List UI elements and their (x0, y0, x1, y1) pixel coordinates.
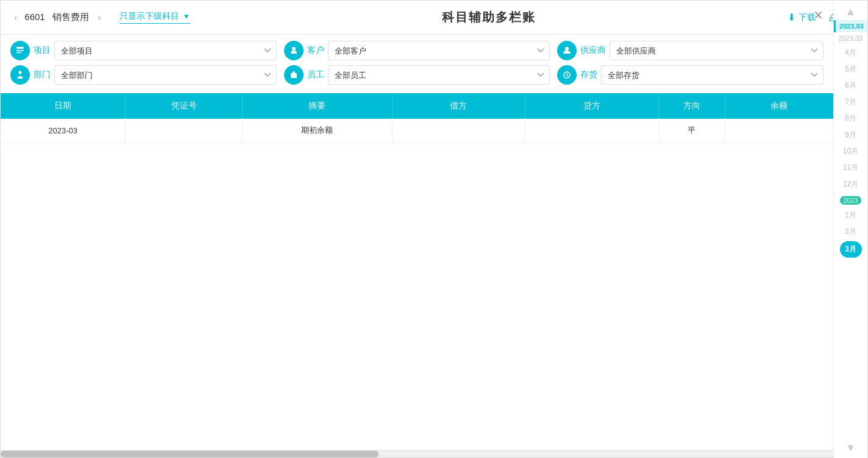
show-sub-toggle[interactable]: 只显示下级科目 ▼ (119, 11, 190, 24)
timeline-item-tl-2[interactable]: 2月 (834, 224, 867, 240)
svg-point-3 (565, 47, 569, 51)
svg-rect-1 (16, 50, 24, 51)
cell-voucher (126, 119, 242, 143)
filter-area: 项目 全部项目 客户 全部客户 (1, 35, 833, 93)
filter-item-supplier: 供应商 全部供应商 (557, 41, 824, 60)
svg-rect-0 (16, 47, 24, 49)
timeline-list: 2023.032023.034月5月6月7月8月9月10月11月12月20231… (834, 20, 867, 439)
svg-rect-2 (16, 52, 21, 54)
cell-credit (525, 119, 659, 143)
table-header-row: 日期 凭证号 摘要 借方 贷方 方向 余额 (1, 93, 833, 119)
timeline-item-tl-10[interactable]: 10月 (834, 143, 867, 160)
table-body: 2023-03期初余额平 (1, 119, 833, 143)
col-date: 日期 (1, 93, 126, 119)
account-code: 6601 (24, 12, 44, 22)
timeline-nav-down[interactable]: ▼ (841, 439, 861, 456)
timeline-item-tl-year-2023[interactable]: 2023 (834, 192, 867, 207)
supplier-select[interactable]: 全部供应商 (610, 41, 824, 60)
account-name: 销售费用 (52, 12, 89, 22)
employee-select[interactable]: 全部员工 (328, 65, 550, 85)
col-credit: 贷方 (525, 93, 659, 119)
timeline-item-tl-202303-2[interactable]: 2023.03 (834, 32, 867, 44)
timeline-item-tl-5[interactable]: 5月 (834, 61, 867, 77)
timeline-item-tl-8[interactable]: 8月 (834, 110, 867, 127)
timeline-item-tl-3-active[interactable]: 3月 (840, 241, 862, 258)
cell-direction: 平 (658, 119, 725, 143)
col-summary: 摘要 (242, 93, 392, 119)
show-sub-label: 只显示下级科目 (119, 11, 179, 22)
filter-item-project: 项目 全部项目 (10, 41, 277, 60)
account-code-name: 6601 销售费用 (21, 12, 94, 23)
timeline-item-tl-6[interactable]: 6月 (834, 77, 867, 94)
nav-prev-button[interactable]: ‹ (10, 10, 21, 26)
project-label: 项目 (34, 45, 51, 56)
supplier-icon (557, 41, 577, 60)
col-voucher: 凭证号 (126, 93, 242, 119)
ledger-table: 日期 凭证号 摘要 借方 贷方 方向 余额 2023-03期初余额平 (1, 93, 833, 143)
filter-row-2: 部门 全部部门 员工 全部员工 (10, 65, 824, 85)
inventory-icon (557, 65, 577, 85)
header-bar: ‹ 6601 销售费用 › 只显示下级科目 ▼ 科目辅助多栏账 ⬇ 下载 🖨 打… (1, 1, 867, 35)
page-title: 科目辅助多栏账 (190, 9, 788, 26)
col-direction: 方向 (658, 93, 725, 119)
scroll-thumb-h[interactable] (1, 451, 379, 457)
customer-label: 客户 (307, 45, 324, 56)
timeline-item-tl-202303-1[interactable]: 2023.03 (834, 20, 867, 32)
supplier-label: 供应商 (580, 45, 606, 56)
main-window: ✕ ‹ 6601 销售费用 › 只显示下级科目 ▼ 科目辅助多栏账 ⬇ 下载 🖨… (0, 0, 868, 458)
timeline-nav-up[interactable]: ▲ (841, 3, 861, 20)
horizontal-scrollbar[interactable] (1, 450, 843, 457)
svg-rect-5 (291, 73, 297, 78)
col-debit: 借方 (392, 93, 525, 119)
timeline-item-tl-1[interactable]: 1月 (834, 207, 867, 224)
timeline-item-tl-9[interactable]: 9月 (834, 127, 867, 143)
show-sub-dropdown-arrow: ▼ (183, 12, 190, 21)
cell-summary: 期初余额 (242, 119, 392, 143)
customer-icon (284, 41, 304, 60)
svg-point-4 (19, 71, 22, 74)
dept-label: 部门 (34, 69, 51, 80)
timeline-item-tl-4[interactable]: 4月 (834, 44, 867, 61)
cell-balance (725, 119, 833, 143)
content-area: 项目 全部项目 客户 全部客户 (1, 35, 833, 450)
table-scroll-area[interactable]: 日期 凭证号 摘要 借方 贷方 方向 余额 2023-03期初余额平 (1, 93, 833, 450)
filter-item-dept: 部门 全部部门 (10, 65, 277, 85)
timeline-sidebar: ▲ 2023.032023.034月5月6月7月8月9月10月11月12月202… (833, 1, 867, 458)
table-row: 2023-03期初余额平 (1, 119, 833, 143)
project-icon (10, 41, 30, 60)
inventory-label: 存货 (580, 69, 597, 80)
customer-select[interactable]: 全部客户 (328, 41, 550, 60)
timeline-item-tl-11[interactable]: 11月 (834, 160, 867, 176)
inventory-select[interactable]: 全部存货 (601, 65, 824, 85)
dept-select[interactable]: 全部部门 (54, 65, 277, 85)
project-select[interactable]: 全部项目 (54, 41, 277, 60)
filter-row-1: 项目 全部项目 客户 全部客户 (10, 41, 824, 60)
cell-debit (392, 119, 525, 143)
cell-date: 2023-03 (1, 119, 126, 143)
filter-item-employee: 员工 全部员工 (284, 65, 550, 85)
dept-icon (10, 65, 30, 85)
nav-next-button[interactable]: › (94, 10, 104, 26)
col-balance: 余额 (725, 93, 833, 119)
employee-icon (284, 65, 304, 85)
employee-label: 员工 (307, 69, 324, 80)
close-button[interactable]: ✕ (811, 8, 826, 23)
filter-item-inventory: 存货 全部存货 (557, 65, 824, 85)
filter-item-customer: 客户 全部客户 (284, 41, 550, 60)
download-icon: ⬇ (788, 12, 795, 23)
timeline-item-tl-7[interactable]: 7月 (834, 94, 867, 110)
timeline-item-tl-12[interactable]: 12月 (834, 176, 867, 192)
